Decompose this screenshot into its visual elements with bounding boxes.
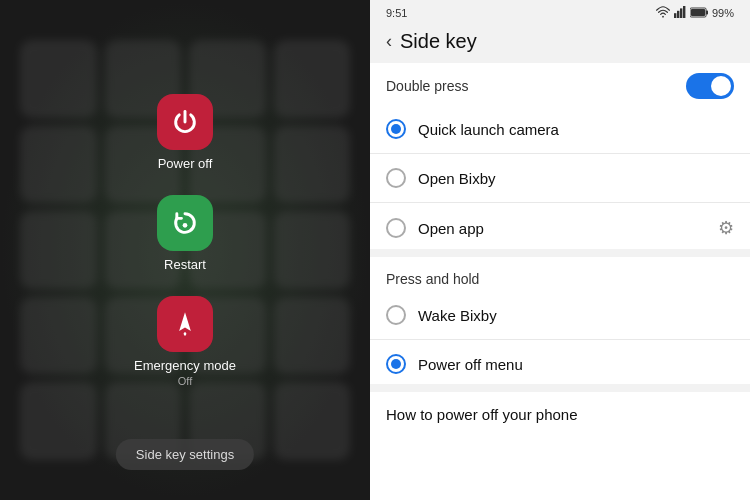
thick-divider-1 xyxy=(370,249,750,257)
radio-quick-launch-label: Quick launch camera xyxy=(418,121,734,138)
radio-open-app-circle[interactable] xyxy=(386,218,406,238)
restart-icon-btn[interactable] xyxy=(157,195,213,251)
power-off-label: Power off xyxy=(158,156,213,171)
power-off-icon-btn[interactable] xyxy=(157,94,213,150)
divider-3 xyxy=(370,339,750,340)
restart-label: Restart xyxy=(164,257,206,272)
svg-rect-8 xyxy=(706,10,708,14)
double-press-toggle[interactable] xyxy=(686,73,734,99)
emergency-label: Emergency mode xyxy=(134,358,236,373)
divider-2 xyxy=(370,202,750,203)
gear-icon[interactable]: ⚙ xyxy=(718,217,734,239)
double-press-label: Double press xyxy=(386,78,469,94)
radio-power-off-menu[interactable]: Power off menu xyxy=(370,344,750,384)
how-to-power-off-row[interactable]: How to power off your phone xyxy=(370,392,750,437)
signal-icon xyxy=(674,6,686,20)
status-time: 9:51 xyxy=(386,7,407,19)
svg-rect-6 xyxy=(683,6,685,18)
settings-header: ‹ Side key xyxy=(370,24,750,63)
restart-item[interactable]: Restart xyxy=(157,195,213,272)
status-icons: 99% xyxy=(656,6,734,20)
power-off-item[interactable]: Power off xyxy=(157,94,213,171)
svg-rect-9 xyxy=(691,8,705,15)
svg-point-0 xyxy=(183,223,188,228)
radio-wake-bixby-label: Wake Bixby xyxy=(418,307,734,324)
svg-rect-4 xyxy=(677,11,679,18)
radio-open-bixby[interactable]: Open Bixby xyxy=(370,158,750,198)
thick-divider-2 xyxy=(370,384,750,392)
svg-rect-3 xyxy=(674,13,676,18)
power-menu: Power off Restart Emergency mode xyxy=(134,94,236,387)
radio-power-off-menu-circle[interactable] xyxy=(386,354,406,374)
press-and-hold-header: Press and hold xyxy=(370,257,750,295)
radio-open-bixby-circle[interactable] xyxy=(386,168,406,188)
battery-percent: 99% xyxy=(712,7,734,19)
radio-wake-bixby-circle[interactable] xyxy=(386,305,406,325)
radio-open-app[interactable]: Open app ⚙ xyxy=(370,207,750,249)
how-to-label: How to power off your phone xyxy=(386,406,578,423)
radio-quick-launch-circle[interactable] xyxy=(386,119,406,139)
double-press-toggle-row: Double press xyxy=(370,63,750,109)
left-panel: Power off Restart Emergency mode xyxy=(0,0,370,500)
divider-1 xyxy=(370,153,750,154)
radio-open-app-label: Open app xyxy=(418,220,706,237)
wifi-icon xyxy=(656,6,670,20)
radio-quick-launch[interactable]: Quick launch camera xyxy=(370,109,750,149)
battery-icon xyxy=(690,7,708,20)
svg-rect-1 xyxy=(184,332,186,336)
emergency-icon-btn[interactable] xyxy=(157,296,213,352)
right-panel: 9:51 99% ‹ Side key Double press Q xyxy=(370,0,750,500)
emergency-item[interactable]: Emergency mode Off xyxy=(134,296,236,387)
side-key-settings-button[interactable]: Side key settings xyxy=(116,439,254,470)
emergency-sublabel: Off xyxy=(178,375,192,387)
status-bar: 9:51 99% xyxy=(370,0,750,24)
svg-point-2 xyxy=(662,16,664,18)
page-title: Side key xyxy=(400,30,477,53)
radio-wake-bixby[interactable]: Wake Bixby xyxy=(370,295,750,335)
radio-open-bixby-label: Open Bixby xyxy=(418,170,734,187)
settings-content: Double press Quick launch camera Open Bi… xyxy=(370,63,750,500)
radio-power-off-menu-label: Power off menu xyxy=(418,356,734,373)
back-button[interactable]: ‹ xyxy=(386,31,392,52)
svg-rect-5 xyxy=(680,8,682,18)
